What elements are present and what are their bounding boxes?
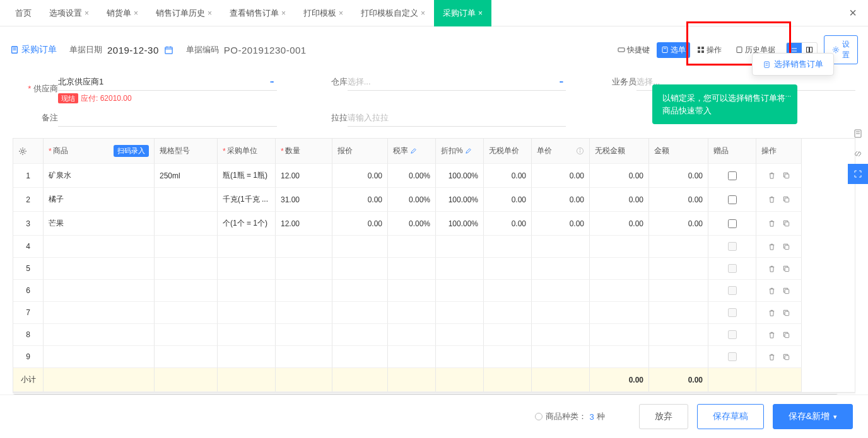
row-number[interactable]: 1 [13,164,44,188]
cell-qty[interactable]: 31.00 [276,188,332,212]
cell-tax[interactable]: 0.00% [388,212,436,236]
col-settings[interactable] [13,139,44,164]
cell-notax-amount[interactable] [590,324,649,346]
copy-icon[interactable] [782,243,790,251]
cell-unit-price[interactable] [532,258,590,280]
cell-amount[interactable] [649,346,708,368]
cell-notax-amount[interactable] [590,346,649,368]
tab-history[interactable]: 销售订单历史× [147,0,221,26]
cell-notax-price[interactable] [484,302,532,324]
tab-home[interactable]: 首页 [6,0,40,26]
table-row[interactable]: 5 [13,258,855,280]
cell-tax[interactable]: 0.00% [388,188,436,212]
edit-icon[interactable] [410,147,417,154]
gift-checkbox[interactable] [728,171,737,180]
cell-tax[interactable] [388,346,436,368]
cell-unit[interactable] [218,302,276,324]
cell-tax[interactable] [388,324,436,346]
cell-notax-price[interactable]: 0.00 [484,188,532,212]
cell-price[interactable] [332,346,388,368]
tab-purchase-order[interactable]: 采购订单× [434,0,491,26]
cell-notax-amount[interactable]: 0.00 [590,188,649,212]
cell-discount[interactable]: 100.00% [436,188,484,212]
row-number[interactable]: 7 [13,302,44,324]
close-icon[interactable]: × [134,9,138,18]
cell-qty[interactable] [276,236,332,258]
copy-icon[interactable] [782,195,790,204]
cell-product[interactable] [44,346,155,368]
cell-notax-amount[interactable]: 0.00 [590,212,649,236]
cell-gift[interactable] [708,212,756,236]
cell-spec[interactable] [155,346,218,368]
cell-unit[interactable] [218,324,276,346]
close-icon[interactable]: × [208,9,212,18]
delete-icon[interactable] [768,309,776,317]
row-number[interactable]: 8 [13,324,44,346]
cell-discount[interactable] [436,280,484,302]
cell-amount[interactable] [649,324,708,346]
gift-checkbox[interactable] [728,242,737,251]
cell-qty[interactable]: 12.00 [276,212,332,236]
row-number[interactable]: 5 [13,258,44,280]
cell-product[interactable] [44,236,155,258]
cell-price[interactable] [332,258,388,280]
cell-notax-price[interactable] [484,236,532,258]
cell-amount[interactable] [649,258,708,280]
cell-gift[interactable] [708,164,756,188]
cell-spec[interactable] [155,188,218,212]
cell-notax-price[interactable]: 0.00 [484,212,532,236]
cell-qty[interactable] [276,302,332,324]
shortcut-button[interactable]: 快捷键 [613,42,654,58]
row-number[interactable]: 2 [13,188,44,212]
cell-gift[interactable] [708,236,756,258]
side-note-button[interactable] [848,124,868,144]
cell-unit[interactable]: 瓶(1瓶 = 1瓶) [218,164,276,188]
cell-tax[interactable] [388,302,436,324]
cell-discount[interactable] [436,302,484,324]
cell-amount[interactable] [649,236,708,258]
ellipsis-icon[interactable]: ··· [556,77,566,86]
cell-gift[interactable] [708,188,756,212]
scan-badge[interactable]: 扫码录入 [114,145,149,157]
cell-unit[interactable] [218,280,276,302]
delete-icon[interactable] [768,353,776,361]
copy-icon[interactable] [782,353,790,361]
close-icon[interactable]: × [421,9,425,18]
table-row[interactable]: 6 [13,280,855,302]
cell-notax-price[interactable] [484,258,532,280]
cell-discount[interactable] [436,236,484,258]
cell-amount[interactable] [649,302,708,324]
copy-icon[interactable] [782,309,790,317]
cell-spec[interactable] [155,324,218,346]
cell-notax-amount[interactable] [590,302,649,324]
delete-icon[interactable] [768,331,776,339]
cell-price[interactable]: 0.00 [332,188,388,212]
cell-discount[interactable] [436,324,484,346]
cell-notax-amount[interactable] [590,280,649,302]
cell-discount[interactable]: 100.00% [436,212,484,236]
cell-product[interactable]: 芒果 [44,212,155,236]
cell-tax[interactable] [388,258,436,280]
cell-product[interactable] [44,258,155,280]
copy-icon[interactable] [782,171,790,180]
delete-icon[interactable] [768,219,776,228]
table-row[interactable]: 1矿泉水250ml瓶(1瓶 = 1瓶)12.000.000.00%100.00%… [13,164,855,188]
cell-notax-amount[interactable]: 0.00 [590,164,649,188]
delete-icon[interactable] [768,287,776,295]
cell-unit-price[interactable] [532,236,590,258]
cell-amount[interactable]: 0.00 [649,164,708,188]
close-all-icon[interactable]: × [844,6,862,20]
cell-unit-price[interactable] [532,302,590,324]
gift-checkbox[interactable] [728,352,737,361]
cell-spec[interactable] [155,302,218,324]
cell-discount[interactable] [436,346,484,368]
cell-spec[interactable]: 250ml [155,164,218,188]
cell-notax-amount[interactable] [590,236,649,258]
cell-qty[interactable]: 12.00 [276,164,332,188]
cell-product[interactable]: 橘子 [44,188,155,212]
cell-qty[interactable] [276,280,332,302]
tab-sales[interactable]: 销货单× [98,0,147,26]
cell-qty[interactable] [276,346,332,368]
cell-price[interactable]: 0.00 [332,212,388,236]
cell-unit-price[interactable]: 0.00 [532,212,590,236]
